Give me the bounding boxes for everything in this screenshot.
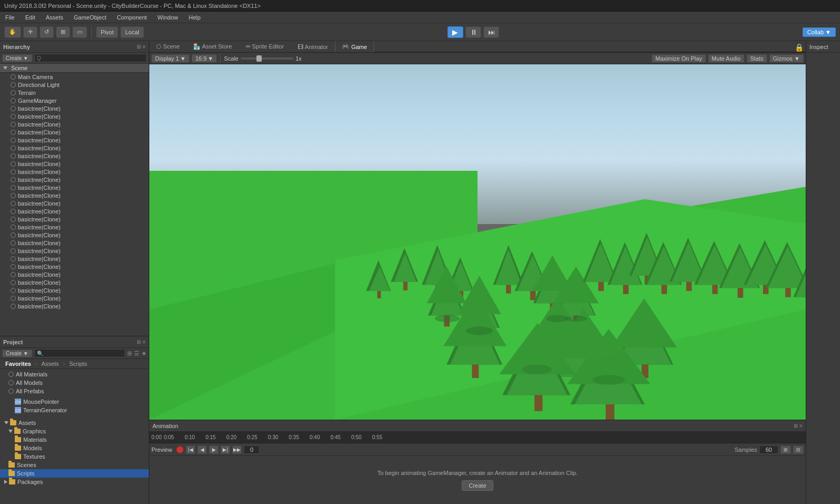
- fav-all-materials[interactable]: All Materials: [0, 370, 149, 379]
- rotate-tool[interactable]: ↺: [40, 26, 54, 38]
- hierarchy-item-6[interactable]: basictree(Clone): [0, 120, 149, 128]
- hierarchy-item-19[interactable]: basictree(Clone): [0, 223, 149, 231]
- hierarchy-item-20[interactable]: basictree(Clone): [0, 231, 149, 239]
- hierarchy-item-17[interactable]: basictree(Clone): [0, 207, 149, 215]
- scale-slider[interactable]: [241, 57, 293, 60]
- gizmos-btn[interactable]: Gizmos ▼: [769, 54, 804, 63]
- fav-all-prefabs[interactable]: All Prefabs: [0, 387, 149, 395]
- hierarchy-item-26[interactable]: basictree(Clone): [0, 278, 149, 286]
- scale-tool[interactable]: ⊞: [56, 26, 70, 38]
- hand-tool[interactable]: ✋: [4, 26, 21, 38]
- project-search[interactable]: [34, 349, 125, 357]
- tab-scene[interactable]: ⬡ Scene: [149, 41, 186, 52]
- samples-input[interactable]: [759, 445, 778, 454]
- play-anim-button[interactable]: ▶: [209, 445, 218, 454]
- title-bar: Unity 2018.3.0f2 Personal - Scene.unity …: [0, 0, 840, 12]
- hierarchy-item-9[interactable]: basictree(Clone): [0, 144, 149, 152]
- hierarchy-item-16[interactable]: basictree(Clone): [0, 199, 149, 207]
- project-icon-2[interactable]: ☰: [134, 350, 139, 357]
- next-button[interactable]: ▶|: [221, 445, 230, 454]
- hierarchy-item-7[interactable]: basictree(Clone): [0, 128, 149, 136]
- move-tool[interactable]: ✛: [23, 26, 37, 38]
- start-button[interactable]: |◀: [186, 445, 195, 454]
- menu-file[interactable]: File: [2, 13, 18, 22]
- project-header: Project ⊞ ≡: [0, 336, 149, 348]
- hierarchy-item-10[interactable]: basictree(Clone): [0, 152, 149, 160]
- mute-audio-btn[interactable]: Mute Audio: [708, 54, 744, 63]
- menu-component[interactable]: Component: [113, 13, 150, 22]
- hierarchy-item-18[interactable]: basictree(Clone): [0, 215, 149, 223]
- hierarchy-item-23[interactable]: basictree(Clone): [0, 255, 149, 263]
- menu-assets[interactable]: Assets: [43, 13, 66, 22]
- end-button[interactable]: ▶▶: [232, 445, 242, 454]
- hierarchy-item-1[interactable]: Directional Light: [0, 81, 149, 89]
- tab-animator[interactable]: 🎞 Animator: [291, 41, 335, 52]
- hierarchy-item-29[interactable]: basictree(Clone): [0, 302, 149, 310]
- project-icon-1[interactable]: ⊞: [127, 350, 132, 357]
- hierarchy-item-0[interactable]: Main Camera: [0, 73, 149, 81]
- hierarchy-search[interactable]: [34, 54, 147, 62]
- tab-game[interactable]: 🎮 Game: [335, 41, 374, 52]
- menu-help[interactable]: Help: [185, 13, 204, 22]
- hierarchy-item-4[interactable]: basictree(Clone): [0, 104, 149, 112]
- hierarchy-item-15[interactable]: basictree(Clone): [0, 191, 149, 199]
- hierarchy-item-8[interactable]: basictree(Clone): [0, 136, 149, 144]
- tab-assets[interactable]: Assets: [39, 360, 62, 367]
- hierarchy-item-13[interactable]: basictree(Clone): [0, 176, 149, 183]
- lock-icon[interactable]: 🔒: [795, 43, 804, 52]
- animation-create-btn[interactable]: Create: [462, 480, 493, 491]
- anim-options-1[interactable]: ⊞: [780, 445, 791, 454]
- packages-root[interactable]: Packages: [0, 478, 149, 486]
- hierarchy-item-5[interactable]: basictree(Clone): [0, 112, 149, 120]
- models-folder[interactable]: Models: [0, 444, 149, 452]
- menu-window[interactable]: Window: [154, 13, 181, 22]
- aspect-selector[interactable]: 16:9 ▼: [192, 54, 217, 63]
- hierarchy-item-28[interactable]: basictree(Clone): [0, 294, 149, 302]
- pivot-button[interactable]: Pivot: [96, 26, 118, 38]
- hierarchy-item-2[interactable]: Terrain: [0, 89, 149, 96]
- hierarchy-item-icon-27: [11, 288, 16, 293]
- collab-button[interactable]: Collab ▼: [803, 27, 836, 37]
- project-icon-3[interactable]: ★: [141, 350, 147, 357]
- svg-rect-28: [530, 291, 536, 300]
- tab-sprite-editor[interactable]: ✏ Sprite Editor: [239, 41, 291, 52]
- menu-edit[interactable]: Edit: [22, 13, 39, 22]
- scripts-folder[interactable]: Scripts: [0, 469, 149, 478]
- textures-folder[interactable]: Textures: [0, 452, 149, 461]
- fav-all-models[interactable]: All Models: [0, 379, 149, 387]
- scenes-folder[interactable]: Scenes: [0, 461, 149, 469]
- project-create-btn[interactable]: Create ▼: [2, 350, 32, 357]
- anim-options-2[interactable]: ⊟: [793, 445, 804, 454]
- hierarchy-item-12[interactable]: basictree(Clone): [0, 168, 149, 176]
- play-button[interactable]: ▶: [447, 26, 463, 38]
- materials-folder[interactable]: Materials: [0, 435, 149, 444]
- stats-btn[interactable]: Stats: [747, 54, 767, 63]
- hierarchy-create-btn[interactable]: Create ▼: [2, 54, 32, 62]
- hierarchy-item-3[interactable]: GameManager: [0, 96, 149, 104]
- tab-scripts[interactable]: Scripts: [66, 360, 90, 367]
- frame-input[interactable]: [244, 445, 260, 454]
- local-button[interactable]: Local: [120, 26, 144, 38]
- script-mousepointer[interactable]: C# MousePointer: [0, 398, 149, 406]
- script-terraingenerator[interactable]: C# TerrainGenerator: [0, 406, 149, 414]
- hierarchy-item-14[interactable]: basictree(Clone): [0, 183, 149, 191]
- hierarchy-item-11[interactable]: basictree(Clone): [0, 160, 149, 168]
- step-button[interactable]: ⏭: [483, 26, 499, 38]
- hierarchy-item-22[interactable]: basictree(Clone): [0, 247, 149, 255]
- hierarchy-item-25[interactable]: basictree(Clone): [0, 270, 149, 278]
- assets-root[interactable]: Assets: [0, 419, 149, 427]
- hierarchy-item-27[interactable]: basictree(Clone): [0, 286, 149, 294]
- maximize-on-play-btn[interactable]: Maximize On Play: [652, 54, 706, 63]
- rect-tool[interactable]: ▭: [72, 26, 87, 38]
- menu-gameobject[interactable]: GameObject: [71, 13, 110, 22]
- hierarchy-item-24[interactable]: basictree(Clone): [0, 263, 149, 270]
- record-button[interactable]: [176, 446, 184, 453]
- prev-button[interactable]: ◀: [197, 445, 207, 454]
- timeline-5: 0:05: [164, 434, 174, 440]
- tab-favorites[interactable]: Favorites: [2, 360, 34, 367]
- display-selector[interactable]: Display 1 ▼: [151, 54, 189, 63]
- pause-button[interactable]: ⏸: [465, 26, 481, 38]
- graphics-folder[interactable]: Graphics: [0, 427, 149, 435]
- tab-asset-store[interactable]: 🏪 Asset Store: [186, 41, 238, 52]
- hierarchy-item-21[interactable]: basictree(Clone): [0, 239, 149, 247]
